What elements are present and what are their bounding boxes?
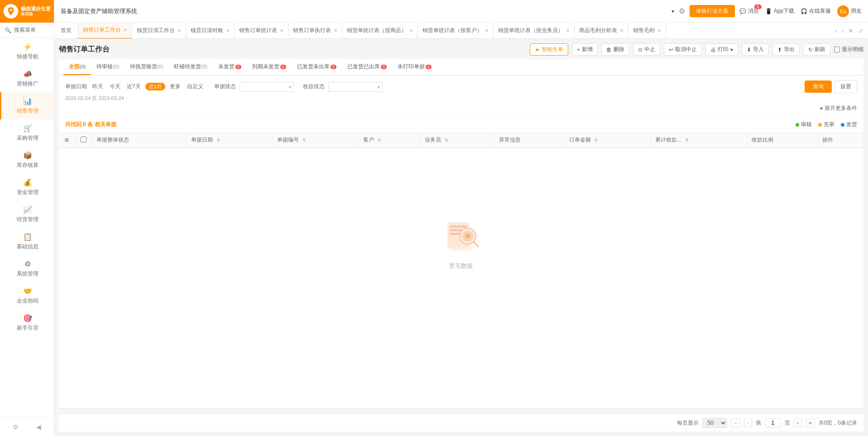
topbar-user[interactable]: Ea 用友 — [837, 5, 862, 17]
table-ship-btn[interactable]: 发货 — [841, 121, 857, 128]
filter-tab-all[interactable]: 全部(0) — [63, 59, 91, 75]
pagination-next-btn[interactable]: › — [794, 418, 802, 427]
sidebar-item-corp[interactable]: 🤝 企业协同 — [0, 282, 54, 309]
sidebar-item-guide[interactable]: 🎯 新手引导 — [0, 309, 54, 336]
page-title: 销售订单工作台 — [59, 45, 110, 54]
pagination-first-btn[interactable]: « — [731, 418, 740, 427]
sidebar-item-marketing[interactable]: 📣 营销推广 — [0, 65, 54, 92]
sidebar-collapse-btn[interactable]: ◀ — [34, 422, 43, 432]
tab-next-btn[interactable]: › — [839, 26, 845, 35]
tab-close-all-btn[interactable]: ✕ — [846, 26, 855, 35]
sort-date-icon: ⇅ — [216, 137, 220, 142]
topbar-message[interactable]: 💬 消息 6 — [739, 7, 759, 15]
tab-close-sales-stat[interactable]: ✕ — [280, 28, 283, 33]
filter-tab-not-shipped[interactable]: 未发货0 — [213, 59, 247, 75]
import-label: 导入 — [753, 46, 764, 53]
filter-tab-shipped-not-out[interactable]: 已发货未出库0 — [292, 59, 342, 75]
reset-button[interactable]: 设置 — [834, 80, 857, 93]
pagination-last-btn[interactable]: » — [806, 418, 815, 427]
tab-sales-exec[interactable]: 销售订单执行表 ✕ — [288, 23, 342, 39]
filter-date-more[interactable]: 更多 — [168, 82, 182, 91]
th-amount[interactable]: 订单金额 ⇅ — [565, 133, 651, 148]
tab-close-sales-workbench[interactable]: ✕ — [124, 28, 127, 33]
sidebar-item-quick[interactable]: ⚡ 快捷导航 — [0, 38, 54, 65]
topbar-online-service[interactable]: 🎧 在线客服 — [801, 7, 831, 15]
tab-close-sales-profit[interactable]: ✕ — [657, 28, 661, 33]
filter-date-7days[interactable]: 近7天 — [125, 82, 143, 91]
filter-payment-select[interactable] — [328, 82, 383, 92]
tab-close-sales-by-staff[interactable]: ✕ — [566, 28, 570, 33]
refresh-button[interactable]: ↻ 刷新 — [803, 43, 830, 56]
th-staff[interactable]: 业务员 ⇅ — [420, 133, 494, 148]
show-detail-checkbox[interactable] — [834, 47, 840, 52]
stop-button[interactable]: ⊙ 中止 — [633, 43, 660, 56]
th-date[interactable]: 单据日期 ⇅ — [187, 133, 273, 148]
filter-date-yesterday[interactable]: 昨天 — [91, 82, 105, 91]
export-button[interactable]: ⬆ 导出 — [772, 43, 800, 56]
tab-gross-margin[interactable]: 商品毛利分析表 ✕ — [575, 23, 628, 39]
topbar-settings-icon[interactable]: ⚙ — [679, 7, 685, 15]
tab-sales-profit[interactable]: 销售毛利 ✕ — [628, 23, 666, 39]
settings-icon[interactable]: ⚙ — [64, 137, 69, 143]
filter-tab-not-printed[interactable]: 未打印单据0 — [392, 59, 437, 75]
smart-create-button[interactable]: ★ 智能生单 — [530, 43, 568, 56]
topbar-app-download[interactable]: 📱 App下载 — [765, 7, 794, 15]
tab-prev-btn[interactable]: ‹ — [833, 26, 839, 35]
sidebar-item-system[interactable]: ⚙ 系统管理 — [0, 255, 54, 282]
filter-expand-btn[interactable]: ▾ 展开更多条件 — [820, 104, 857, 112]
tab-close-sales-by-customer[interactable]: ✕ — [485, 28, 489, 33]
import-button[interactable]: ⬇ 导入 — [742, 43, 769, 56]
industry-plan-button[interactable]: 体验行业方案 — [690, 5, 735, 17]
tab-sales-by-customer[interactable]: 销货单统计表（按客户） ✕ — [418, 23, 494, 39]
sidebar-settings-btn[interactable]: ⚙ — [11, 422, 20, 432]
print-button[interactable]: 🖨 打印 ▾ — [705, 43, 738, 56]
filter-tab-shipped-out[interactable]: 已发货已出库0 — [342, 59, 392, 75]
th-number[interactable]: 单据编号 ⇅ — [273, 133, 359, 148]
tab-expand-btn[interactable]: ⤢ — [856, 26, 865, 35]
tab-close-cash-daily[interactable]: ✕ — [177, 28, 181, 33]
table-cancel-audit-btn[interactable]: 充审 — [818, 121, 834, 128]
pagination-page-input[interactable] — [765, 418, 781, 427]
topbar-dropdown[interactable]: ▾ — [671, 8, 674, 14]
filter-status-select[interactable] — [240, 82, 294, 92]
tab-close-cash-reconcile[interactable]: ✕ — [226, 28, 230, 33]
filter-date-1month[interactable]: 近1月 — [145, 83, 165, 90]
filter-tab-pending-review[interactable]: 待审核(0) — [91, 59, 124, 75]
filter-payment-select-wrap — [328, 82, 383, 92]
select-all-checkbox[interactable] — [81, 137, 86, 142]
sidebar-item-basic[interactable]: 📋 基础信息 — [0, 228, 54, 255]
horizontal-scrollbar[interactable] — [59, 408, 863, 414]
filter-tab-overdue-ship[interactable]: 到期未发货0 — [247, 59, 292, 75]
cancel-stop-button[interactable]: ↩ 取消中止 — [664, 43, 702, 56]
tab-sales-workbench[interactable]: 销售订单工作台 ✕ — [78, 23, 132, 39]
tab-sales-by-product[interactable]: 销货单统计表（按商品） ✕ — [342, 23, 418, 39]
show-detail-label[interactable]: 显示明细 — [834, 46, 863, 53]
th-customer[interactable]: 客户 ⇅ — [359, 133, 420, 148]
delete-button[interactable]: 🗑 删除 — [601, 43, 629, 56]
tab-home[interactable]: 首页 — [54, 23, 78, 39]
query-button[interactable]: 查询 — [805, 81, 832, 93]
tab-cash-reconcile[interactable]: 钱货日清对账 ✕ — [186, 23, 235, 39]
th-collected[interactable]: 累计收款... ⇅ — [651, 133, 747, 148]
sidebar-item-inventory[interactable]: 📦 库存核算 — [0, 147, 54, 174]
sidebar-item-sales[interactable]: 📊 销售管理 — [0, 92, 54, 119]
tab-cash-daily[interactable]: 钱货日清工作台 ✕ — [132, 23, 186, 39]
data-table-container[interactable]: ⚙ 单据整体状态 单据日期 ⇅ — [59, 133, 863, 408]
sidebar-item-operation[interactable]: 📈 经营管理 — [0, 201, 54, 228]
tab-close-sales-exec[interactable]: ✕ — [334, 28, 337, 33]
sidebar-item-finance[interactable]: 💰 资金管理 — [0, 174, 54, 201]
tab-sales-by-staff[interactable]: 销货单统计表（按业务员） ✕ — [494, 23, 575, 39]
pagination-prev-btn[interactable]: ‹ — [744, 418, 752, 427]
tab-sales-stat[interactable]: 销售订单统计表 ✕ — [235, 23, 288, 39]
sidebar-item-purchase[interactable]: 🛒 采购管理 — [0, 119, 54, 147]
filter-date-today[interactable]: 今天 — [108, 82, 122, 91]
add-button[interactable]: + 新增 — [572, 43, 598, 56]
filter-tab-pending-inspect[interactable]: 待拣货验货(0) — [125, 59, 168, 75]
tab-close-sales-by-product[interactable]: ✕ — [409, 28, 413, 33]
filter-tab-wangpu-ship[interactable]: 旺铺待发货(0) — [168, 59, 212, 75]
tab-close-gross-margin[interactable]: ✕ — [620, 28, 623, 33]
filter-date-custom[interactable]: 自定义 — [185, 82, 205, 91]
sidebar-item-search[interactable]: 🔍 搜索菜单 — [0, 23, 54, 38]
table-audit-btn[interactable]: 审核 — [796, 121, 812, 128]
pagination-size-select[interactable]: 20 50 100 — [702, 418, 727, 428]
